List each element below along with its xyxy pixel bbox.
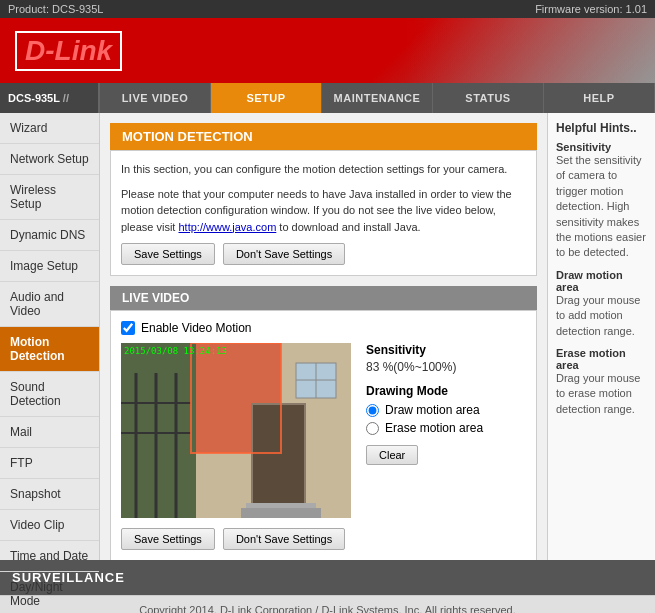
brand-label: SURVEILLANCE — [12, 570, 125, 585]
section-buttons: Save Settings Don't Save Settings — [121, 243, 526, 265]
svg-rect-4 — [253, 405, 304, 518]
save-settings-button-top[interactable]: Save Settings — [121, 243, 215, 265]
hint-sensitivity-title: Sensitivity — [556, 141, 647, 153]
tab-live-video[interactable]: LIVE VIDEO — [100, 83, 211, 113]
logo: D-Link — [15, 31, 122, 71]
sidebar-item-mail[interactable]: Mail — [0, 417, 99, 448]
sidebar-item-sound-detection[interactable]: Sound Detection — [0, 372, 99, 417]
enable-video-motion-checkbox[interactable] — [121, 321, 135, 335]
sidebar: Wizard Network Setup Wireless Setup Dyna… — [0, 113, 100, 560]
tab-maintenance[interactable]: MAINTENANCE — [322, 83, 433, 113]
save-settings-button-bottom[interactable]: Save Settings — [121, 528, 215, 550]
erase-motion-area-label: Erase motion area — [385, 421, 483, 435]
sidebar-item-network-setup[interactable]: Network Setup — [0, 144, 99, 175]
nav-brand: DCS-935L // — [0, 83, 100, 113]
draw-motion-area-label: Draw motion area — [385, 403, 480, 417]
sidebar-item-video-clip[interactable]: Video Clip — [0, 510, 99, 541]
hint-erase-title: Erase motion area — [556, 347, 647, 371]
hints-title: Helpful Hints.. — [556, 121, 647, 135]
hint-erase-text: Drag your mouse to erase motion detectio… — [556, 371, 647, 417]
draw-motion-area-radio[interactable] — [366, 404, 379, 417]
logo-text: D-Link — [25, 35, 112, 66]
copyright-text: Copyright 2014, D-Link Corporation / D-L… — [139, 604, 516, 614]
sidebar-item-audio-video[interactable]: Audio and Video — [0, 282, 99, 327]
sidebar-item-snapshot[interactable]: Snapshot — [0, 479, 99, 510]
sidebar-item-image-setup[interactable]: Image Setup — [0, 251, 99, 282]
sensitivity-label: Sensitivity — [366, 343, 526, 357]
product-label: Product: DCS-935L — [8, 3, 103, 15]
nav-model: DCS-935L // — [8, 92, 69, 104]
hint-erase-motion: Erase motion area Drag your mouse to era… — [556, 347, 647, 417]
content-area: MOTION DETECTION In this section, you ca… — [100, 113, 547, 560]
sidebar-item-ftp[interactable]: FTP — [0, 448, 99, 479]
video-controls-panel: Sensitivity 83 %(0%~100%) Drawing Mode D… — [366, 343, 526, 465]
live-video-header: LIVE VIDEO — [110, 286, 537, 310]
video-frame: 2015/03/08 13:24:13 — [121, 343, 351, 518]
sensitivity-value: 83 %(0%~100%) — [366, 360, 526, 374]
hint-draw-title: Draw motion area — [556, 269, 647, 293]
section-desc1: In this section, you can configure the m… — [121, 161, 526, 178]
sidebar-item-wizard[interactable]: Wizard — [0, 113, 99, 144]
drawing-mode-label: Drawing Mode — [366, 384, 526, 398]
enable-video-motion-label: Enable Video Motion — [141, 321, 252, 335]
hint-sensitivity-text: Set the sensitivity of camera to trigger… — [556, 153, 647, 261]
sidebar-item-time-date[interactable]: Time and Date — [0, 541, 99, 572]
firmware-label: Firmware version: 1.01 — [535, 3, 647, 15]
tab-status[interactable]: STATUS — [433, 83, 544, 113]
header: D-Link — [0, 18, 655, 83]
hints-panel: Helpful Hints.. Sensitivity Set the sens… — [547, 113, 655, 560]
svg-rect-7 — [121, 343, 196, 518]
draw-motion-area-row: Draw motion area — [366, 403, 526, 417]
tab-setup[interactable]: SETUP — [211, 83, 322, 113]
svg-rect-6 — [241, 508, 321, 518]
java-link[interactable]: http://www.java.com — [178, 221, 276, 233]
sidebar-item-motion-detection[interactable]: Motion Detection — [0, 327, 99, 372]
video-timestamp: 2015/03/08 13:24:13 — [124, 346, 227, 356]
navigation: DCS-935L // LIVE VIDEO SETUP MAINTENANCE… — [0, 83, 655, 113]
video-scene — [121, 343, 351, 518]
erase-motion-area-radio[interactable] — [366, 422, 379, 435]
enable-video-motion-row: Enable Video Motion — [121, 321, 526, 335]
sidebar-item-dynamic-dns[interactable]: Dynamic DNS — [0, 220, 99, 251]
sidebar-item-wireless-setup[interactable]: Wireless Setup — [0, 175, 99, 220]
erase-motion-area-row: Erase motion area — [366, 421, 526, 435]
live-video-body: Enable Video Motion 2015/03/08 13:24:13 — [110, 310, 537, 560]
section-desc2: Please note that your computer needs to … — [121, 186, 526, 236]
save-buttons-bottom: Save Settings Don't Save Settings — [121, 528, 526, 550]
hint-sensitivity: Sensitivity Set the sensitivity of camer… — [556, 141, 647, 261]
hint-draw-text: Drag your mouse to add motion detection … — [556, 293, 647, 339]
clear-button[interactable]: Clear — [366, 445, 418, 465]
section-title: MOTION DETECTION — [110, 123, 537, 150]
hint-draw-motion: Draw motion area Drag your mouse to add … — [556, 269, 647, 339]
main-layout: Wizard Network Setup Wireless Setup Dyna… — [0, 113, 655, 560]
video-area: 2015/03/08 13:24:13 — [121, 343, 526, 518]
nav-tabs: LIVE VIDEO SETUP MAINTENANCE STATUS HELP — [100, 83, 655, 113]
dont-save-settings-button-top[interactable]: Don't Save Settings — [223, 243, 345, 265]
section-body: In this section, you can configure the m… — [110, 150, 537, 276]
tab-help[interactable]: HELP — [544, 83, 655, 113]
dont-save-button-bottom[interactable]: Don't Save Settings — [223, 528, 345, 550]
top-bar: Product: DCS-935L Firmware version: 1.01 — [0, 0, 655, 18]
